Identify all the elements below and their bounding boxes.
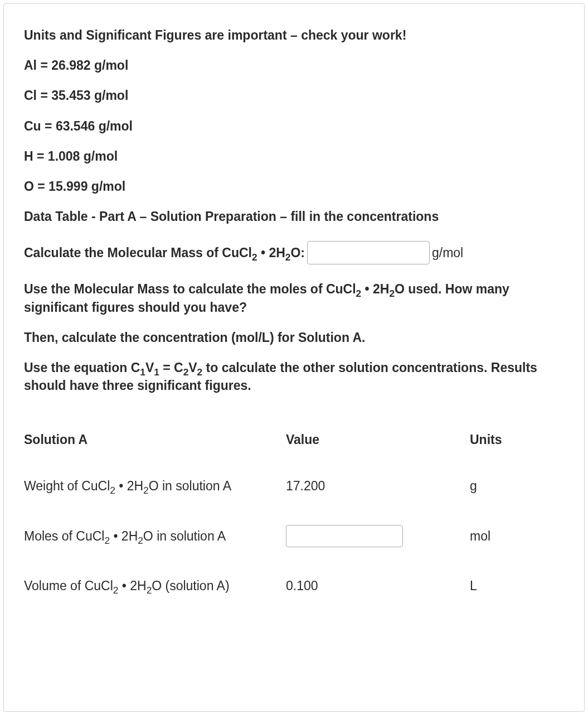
- element-symbol: Al: [24, 58, 37, 73]
- table-row: Moles of CuCl2 • 2H2O in solution A mol: [24, 509, 564, 563]
- mm-unit: g/mol: [432, 244, 463, 262]
- row-value-input: [286, 525, 470, 547]
- element-unit: g/mol: [84, 149, 118, 163]
- instruction-p3: Use the equation C1V1 = C2V2 to calculat…: [24, 359, 564, 394]
- worksheet-container: Units and Significant Figures are import…: [3, 3, 585, 712]
- table-row: Weight of CuCl2 • 2H2O in solution A 17.…: [24, 463, 564, 509]
- mm-suffix: O:: [290, 245, 305, 260]
- element-unit: g/mol: [94, 88, 128, 103]
- element-symbol: O: [24, 179, 34, 194]
- header-solution: Solution A: [24, 432, 286, 447]
- element-unit: g/mol: [99, 119, 133, 133]
- atomic-mass-al: Al = 26.982 g/mol: [24, 56, 564, 74]
- mm-mid: • 2H: [257, 245, 285, 260]
- solution-a-table: Solution A Value Units Weight of CuCl2 •…: [24, 417, 564, 594]
- mm-sub2: 2: [285, 252, 291, 263]
- header-value: Value: [286, 432, 470, 447]
- mm-prefix: Calculate the Molecular Mass of CuCl: [24, 245, 252, 260]
- element-symbol: Cl: [24, 88, 37, 103]
- row-label: Volume of CuCl2 • 2H2O (solution A): [24, 578, 286, 594]
- row-value: 0.100: [286, 578, 470, 594]
- element-symbol: H: [24, 149, 33, 163]
- element-value: 15.999: [48, 179, 88, 194]
- row-unit: mol: [470, 529, 564, 544]
- row-unit: g: [470, 479, 564, 494]
- instruction-p2: Then, calculate the concentration (mol/L…: [24, 329, 564, 346]
- moles-input[interactable]: [286, 525, 403, 547]
- molecular-mass-input[interactable]: [307, 241, 430, 264]
- atomic-mass-h: H = 1.008 g/mol: [24, 147, 564, 165]
- element-unit: g/mol: [94, 58, 128, 73]
- molecular-mass-prompt: Calculate the Molecular Mass of CuCl2 • …: [24, 241, 564, 264]
- table-row: Volume of CuCl2 • 2H2O (solution A) 0.10…: [24, 563, 564, 594]
- row-label: Weight of CuCl2 • 2H2O in solution A: [24, 479, 286, 494]
- atomic-mass-o: O = 15.999 g/mol: [24, 177, 564, 195]
- element-value: 63.546: [56, 119, 95, 133]
- table-header-row: Solution A Value Units: [24, 417, 564, 463]
- element-unit: g/mol: [91, 179, 125, 194]
- atomic-mass-cu: Cu = 63.546 g/mol: [24, 117, 564, 135]
- row-label: Moles of CuCl2 • 2H2O in solution A: [24, 529, 286, 544]
- atomic-mass-cl: Cl = 35.453 g/mol: [24, 86, 564, 104]
- element-value: 1.008: [48, 149, 80, 163]
- mm-sub1: 2: [252, 252, 257, 263]
- row-unit: L: [470, 578, 564, 594]
- element-value: 35.453: [51, 88, 90, 103]
- instruction-p1: Use the Molecular Mass to calculate the …: [24, 280, 564, 316]
- element-symbol: Cu: [24, 119, 41, 133]
- header-units: Units: [470, 432, 564, 447]
- data-table-title: Data Table - Part A – Solution Preparati…: [24, 208, 564, 225]
- row-value: 17.200: [286, 479, 470, 494]
- element-value: 26.982: [51, 58, 90, 73]
- heading: Units and Significant Figures are import…: [24, 26, 564, 44]
